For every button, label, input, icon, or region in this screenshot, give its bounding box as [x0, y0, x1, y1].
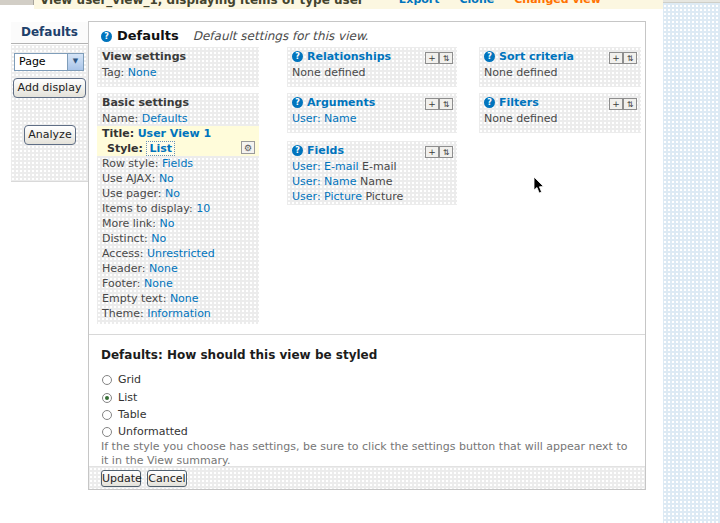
help-icon[interactable]: ?	[484, 51, 495, 62]
setting-row-row-style: Row style: Fields	[97, 156, 259, 171]
rearrange-icon[interactable]: ⇅	[439, 98, 453, 110]
changed-view-link[interactable]: Changed view	[514, 0, 601, 7]
style-settings-gear-icon[interactable]: ⚙	[241, 141, 255, 154]
more-link-value-link[interactable]: No	[159, 217, 174, 230]
radio-selected-icon[interactable]	[102, 393, 112, 403]
defaults-heading-hint: Default settings for this view.	[193, 29, 369, 43]
export-link[interactable]: Export	[399, 0, 440, 7]
field-user-email-link[interactable]: User: E-mail	[292, 160, 359, 173]
arguments-box: ?Arguments +⇅ User: Name	[287, 93, 457, 133]
chevron-down-icon[interactable]: ▼	[67, 54, 83, 70]
use-pager-value-link[interactable]: No	[165, 187, 180, 200]
setting-row-footer: Footer: None	[97, 276, 259, 291]
help-icon[interactable]: ?	[101, 31, 112, 42]
style-form: Defaults: How should this view be styled…	[89, 334, 645, 489]
use-ajax-value-link[interactable]: No	[159, 172, 174, 185]
rearrange-icon[interactable]: ⇅	[623, 52, 637, 64]
display-sidebar: Page ▼ Add display Analyze	[11, 45, 88, 182]
style-form-title: Defaults: How should this view be styled	[101, 348, 377, 362]
style-form-hint: If the style you choose has settings, be…	[101, 440, 635, 468]
empty-text-value-link[interactable]: None	[170, 292, 199, 305]
filters-empty: None defined	[479, 111, 641, 126]
filters-actions: +⇅	[609, 97, 637, 110]
field-user-picture-link[interactable]: User: Picture	[292, 190, 362, 203]
analyze-button[interactable]: Analyze	[24, 125, 76, 145]
field-user-name-link[interactable]: User: Name	[292, 175, 357, 188]
browser-chrome-fragment	[0, 0, 34, 5]
tab-defaults[interactable]: Defaults	[11, 22, 88, 44]
sort-criteria-box: ?Sort criteria +⇅ None defined	[479, 47, 641, 87]
header-value-link[interactable]: None	[149, 262, 178, 275]
view-header-links: Export Clone Changed view	[399, 0, 601, 7]
basic-settings-box: Basic settings Name: Defaults Title: Use…	[97, 93, 259, 324]
field-row: User: Name Name	[287, 174, 457, 189]
basic-settings-title: Basic settings	[97, 95, 259, 111]
add-icon[interactable]: +	[425, 52, 439, 64]
help-icon[interactable]: ?	[292, 97, 303, 108]
setting-row-tag: Tag: None	[97, 65, 259, 80]
add-display-button[interactable]: Add display	[13, 78, 86, 98]
setting-row-empty-text: Empty text: None	[97, 291, 259, 306]
add-icon[interactable]: +	[609, 52, 623, 64]
filters-title-link[interactable]: Filters	[499, 96, 539, 109]
radio-table[interactable]: Table	[102, 408, 146, 422]
items-value-link[interactable]: 10	[196, 202, 210, 215]
rearrange-icon[interactable]: ⇅	[439, 146, 453, 158]
style-value-link[interactable]: List	[146, 141, 175, 156]
radio-unformatted[interactable]: Unformatted	[102, 425, 188, 439]
setting-row-header: Header: None	[97, 261, 259, 276]
relationships-empty: None defined	[287, 65, 457, 80]
footer-value-link[interactable]: None	[144, 277, 173, 290]
relationships-box: ?Relationships +⇅ None defined	[287, 47, 457, 87]
radio-icon[interactable]	[102, 410, 112, 420]
defaults-heading: ?DefaultsDefault settings for this view.	[101, 28, 368, 43]
help-icon[interactable]: ?	[292, 145, 303, 156]
rearrange-icon[interactable]: ⇅	[623, 98, 637, 110]
radio-list[interactable]: List	[102, 391, 137, 405]
display-type-select[interactable]: Page ▼	[14, 53, 84, 71]
view-title: View user_view_1, displaying items of ty…	[40, 0, 364, 7]
distinct-value-link[interactable]: No	[151, 232, 166, 245]
page-background-edge	[663, 0, 720, 3]
setting-row-use-pager: Use pager: No	[97, 186, 259, 201]
row-style-value-link[interactable]: Fields	[162, 157, 193, 170]
sort-criteria-title-link[interactable]: Sort criteria	[499, 50, 574, 63]
filters-box: ?Filters +⇅ None defined	[479, 93, 641, 133]
radio-grid[interactable]: Grid	[102, 373, 141, 387]
setting-row-items: Items to display: 10	[97, 201, 259, 216]
add-icon[interactable]: +	[425, 146, 439, 158]
rearrange-icon[interactable]: ⇅	[439, 52, 453, 64]
help-icon[interactable]: ?	[484, 97, 495, 108]
fields-actions: +⇅	[425, 145, 453, 158]
fields-box: ?Fields +⇅ User: E-mail E-mail User: Nam…	[287, 141, 457, 205]
setting-row-style: Style: List ⚙	[97, 141, 259, 156]
radio-icon[interactable]	[102, 375, 112, 385]
name-value-link[interactable]: Defaults	[142, 112, 188, 125]
sort-criteria-actions: +⇅	[609, 51, 637, 64]
help-icon[interactable]: ?	[292, 51, 303, 62]
form-actions-band: Update Cancel	[89, 466, 645, 489]
setting-row-use-ajax: Use AJAX: No	[97, 171, 259, 186]
cancel-button[interactable]: Cancel	[147, 470, 187, 487]
update-button[interactable]: Update	[101, 470, 141, 487]
add-icon[interactable]: +	[609, 98, 623, 110]
tag-value-link[interactable]: None	[128, 66, 157, 79]
setting-row-more-link: More link: No	[97, 216, 259, 231]
argument-user-name-link[interactable]: User: Name	[292, 112, 357, 125]
access-value-link[interactable]: Unrestricted	[147, 247, 215, 260]
relationships-title-link[interactable]: Relationships	[307, 50, 391, 63]
view-settings-title: View settings	[97, 49, 259, 65]
fields-title-link[interactable]: Fields	[307, 144, 344, 157]
arguments-actions: +⇅	[425, 97, 453, 110]
theme-value-link[interactable]: Information	[147, 307, 211, 320]
relationships-actions: +⇅	[425, 51, 453, 64]
view-settings-box: View settings Tag: None	[97, 47, 259, 87]
setting-row-distinct: Distinct: No	[97, 231, 259, 246]
clone-link[interactable]: Clone	[460, 0, 495, 7]
radio-icon[interactable]	[102, 427, 112, 437]
setting-row-title: Title: User View 1	[97, 126, 259, 141]
page-background	[663, 0, 720, 523]
arguments-title-link[interactable]: Arguments	[307, 96, 375, 109]
add-icon[interactable]: +	[425, 98, 439, 110]
title-value-link[interactable]: User View 1	[138, 127, 211, 140]
